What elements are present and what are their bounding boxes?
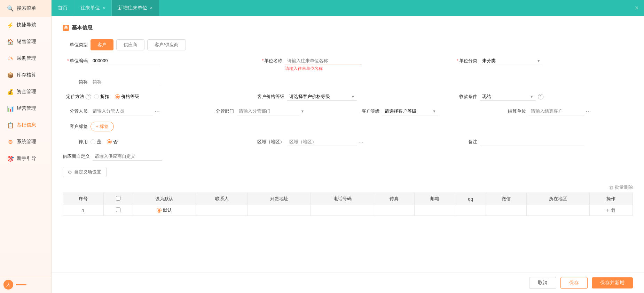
manager-dots-btn[interactable]: ···	[153, 108, 161, 114]
supplier-custom-input[interactable]	[93, 152, 162, 161]
content-area: 基 基本信息 单位类型 客户 供应商 客户/供应商 单位编码 单位名称	[52, 16, 644, 272]
td-seq: 1	[63, 205, 104, 216]
sidebar-item-operations[interactable]: 📊 经营管理	[0, 100, 51, 117]
add-tag-btn[interactable]: + 标签	[91, 122, 114, 131]
customer-price-level-wrap: 请选择客户价格等级 ▼	[287, 92, 357, 101]
tab-contacts-close[interactable]: ×	[103, 6, 105, 10]
radio-yes[interactable]: 是	[91, 139, 101, 145]
customer-level-select[interactable]: 请选择客户等级	[383, 107, 438, 115]
payment-help-icon[interactable]: ?	[538, 94, 543, 99]
sidebar-item-inventory[interactable]: 📦 库存核算	[0, 67, 51, 83]
field-customer-level: 客户等级 请选择客户等级 ▼	[355, 107, 487, 115]
td-wechat	[486, 205, 527, 216]
dept-input[interactable]	[237, 107, 299, 115]
field-settlement: 结算单位 ···	[501, 107, 633, 115]
sidebar-item-quicknav[interactable]: ⚡ 快捷导航	[0, 17, 51, 33]
sidebar-item-purchase[interactable]: 🛍 采购管理	[0, 50, 51, 67]
abbr-input[interactable]	[91, 78, 160, 86]
user-avatar: 人	[3, 280, 13, 290]
batch-delete-btn[interactable]: 🗑 批量删除	[609, 184, 633, 190]
sidebar-item-label: 资金管理	[17, 89, 36, 95]
td-email	[415, 205, 455, 216]
save-button[interactable]: 保存	[560, 277, 588, 289]
batch-delete-label: 批量删除	[615, 184, 633, 190]
radio-level-label: 价格等级	[121, 93, 139, 100]
sidebar-item-label: 销售管理	[17, 39, 36, 45]
row-abbr: 简称	[63, 78, 633, 86]
customer-level-label: 客户等级	[355, 108, 383, 114]
gear-icon: ⚙	[7, 138, 14, 145]
sidebar-item-label: 基础信息	[17, 122, 36, 128]
radio-no[interactable]: 否	[107, 139, 118, 145]
tab-new-contact-close[interactable]: ×	[150, 6, 152, 10]
th-action: 操作	[589, 193, 633, 205]
customer-price-level-select[interactable]: 请选择客户价格等级	[287, 92, 357, 101]
sidebar-item-guide[interactable]: 🎯 新手引导	[0, 150, 51, 167]
field-unit-code: 单位编码	[63, 57, 243, 65]
btn-customer[interactable]: 客户	[91, 39, 113, 50]
sidebar-item-finance[interactable]: 💰 资金管理	[0, 83, 51, 100]
sidebar-item-label: 快捷导航	[17, 22, 36, 28]
field-customer-price-level: 客户价格等级 请选择客户价格等级 ▼	[257, 92, 438, 101]
tab-home[interactable]: 首页	[52, 0, 74, 16]
default-label: 默认	[163, 207, 172, 213]
th-checkbox	[103, 193, 133, 205]
unit-category-select[interactable]: 未分类	[480, 57, 543, 65]
field-dept: 分管部门 ▼	[209, 107, 341, 115]
unit-name-input[interactable]	[285, 57, 362, 65]
unit-code-input[interactable]	[91, 57, 160, 65]
tab-new-contact[interactable]: 新增往来单位 ×	[112, 0, 159, 16]
sidebar: 🔍 搜索菜单 ⚡ 快捷导航 🏠 销售管理 🛍 采购管理 📦 库存核算 💰 资金管…	[0, 0, 52, 293]
manager-input[interactable]	[91, 107, 153, 115]
select-all-checkbox[interactable]	[116, 196, 120, 201]
payment-terms-select[interactable]: 现结	[480, 92, 536, 101]
cancel-button[interactable]: 取消	[529, 277, 556, 289]
field-pricing-method: 定价方法 ? 折扣 价格等级	[63, 93, 243, 100]
money-icon: 💰	[7, 88, 14, 95]
row-checkbox[interactable]	[116, 207, 120, 212]
delete-row-btn[interactable]: 🗑	[611, 207, 616, 213]
settlement-dots-btn[interactable]: ···	[584, 108, 592, 114]
tab-new-contact-label: 新增往来单位	[118, 5, 147, 11]
radio-discount[interactable]: 折扣	[94, 93, 109, 100]
contacts-table: 序号 设为默认 联系人 到货地址 电话号码 传真 邮箱 qq 微信 所在地区 操…	[63, 193, 633, 216]
lightning-icon: ⚡	[7, 22, 14, 29]
sidebar-item-system[interactable]: ⚙ 系统管理	[0, 133, 51, 150]
table-row: 1 默认	[63, 205, 633, 216]
th-wechat: 微信	[486, 193, 527, 205]
custom-settings-btn[interactable]: ⚙ 自定义项设置	[63, 167, 107, 177]
region-input[interactable]	[287, 138, 357, 146]
td-contact	[196, 205, 248, 216]
help-icon[interactable]: ?	[86, 94, 91, 99]
sidebar-item-search[interactable]: 🔍 搜索菜单	[0, 0, 51, 17]
th-phone: 电话号码	[311, 193, 374, 205]
th-address: 到货地址	[248, 193, 311, 205]
custom-settings-row: ⚙ 自定义项设置	[63, 167, 633, 177]
radio-default[interactable]: 默认	[136, 207, 192, 213]
close-all-tabs[interactable]: ×	[629, 0, 644, 16]
sidebar-item-basic[interactable]: 📋 基础信息	[0, 117, 51, 133]
pricing-method-options: 折扣 价格等级	[94, 93, 139, 100]
settlement-input[interactable]	[529, 107, 584, 115]
save-new-button[interactable]: 保存并新增	[592, 277, 633, 288]
btn-supplier[interactable]: 供应商	[116, 39, 144, 50]
unit-name-label: 单位名称	[257, 58, 285, 64]
unit-category-select-wrap: 未分类 ▼	[480, 57, 543, 65]
sidebar-item-sales[interactable]: 🏠 销售管理	[0, 33, 51, 50]
abbr-label: 简称	[63, 79, 91, 85]
add-row-btn[interactable]: +	[606, 207, 609, 213]
th-default: 设为默认	[133, 193, 196, 205]
field-remark: 备注	[452, 138, 633, 146]
region-dots-btn[interactable]: ···	[357, 139, 365, 145]
remark-label: 备注	[452, 139, 480, 145]
field-manager: 分管人员 ···	[63, 107, 195, 115]
radio-yes-outer	[91, 139, 95, 144]
btn-both[interactable]: 客户/供应商	[147, 39, 186, 50]
tab-contacts[interactable]: 往来单位 ×	[74, 0, 112, 16]
radio-discount-outer	[94, 94, 99, 99]
radio-discount-label: 折扣	[100, 93, 109, 100]
remark-input[interactable]	[480, 138, 584, 146]
radio-level[interactable]: 价格等级	[115, 93, 139, 100]
section-icon: 基	[63, 25, 69, 31]
tab-bar-spacer	[159, 0, 629, 16]
